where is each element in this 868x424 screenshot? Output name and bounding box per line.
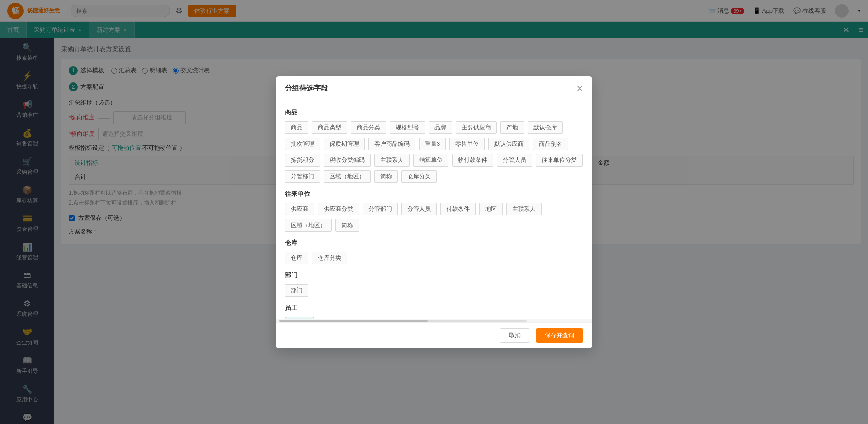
chip-product-14[interactable]: 商品别名 <box>533 138 568 150</box>
field-select-dialog: 分组待选字段 ✕ 商品 商品 商品类型 商品分类 规格型号 品牌 主要供应商 产… <box>276 76 592 348</box>
chip-partner-2[interactable]: 分管部门 <box>363 203 398 215</box>
section-employee: 员工 业务员 <box>285 304 583 319</box>
chip-product-9[interactable]: 保质期管理 <box>324 138 365 150</box>
chip-product-0[interactable]: 商品 <box>285 121 308 134</box>
chip-product-25[interactable]: 仓库分类 <box>401 170 437 183</box>
section-warehouse: 仓库 仓库 仓库分类 <box>285 239 583 264</box>
chip-product-3[interactable]: 规格型号 <box>390 121 425 134</box>
section-partner-title: 往来单位 <box>285 190 583 198</box>
cancel-button[interactable]: 取消 <box>500 328 530 343</box>
chip-product-11[interactable]: 重量3 <box>419 138 446 150</box>
chip-partner-1[interactable]: 供应商分类 <box>318 203 359 215</box>
chip-product-24[interactable]: 简称 <box>374 170 398 183</box>
dialog-body[interactable]: 商品 商品 商品类型 商品分类 规格型号 品牌 主要供应商 产地 默认仓库 批次… <box>276 101 592 319</box>
chip-product-17[interactable]: 主联系人 <box>374 154 410 167</box>
chip-partner-8[interactable]: 简称 <box>335 219 359 232</box>
partner-chips: 供应商 供应商分类 分管部门 分管人员 付款条件 地区 主联系人 区域（地区） … <box>285 203 583 232</box>
chip-product-16[interactable]: 税收分类编码 <box>324 154 371 167</box>
chip-partner-3[interactable]: 分管人员 <box>401 203 437 215</box>
chip-product-21[interactable]: 往来单位分类 <box>536 154 583 167</box>
chip-product-12[interactable]: 零售单位 <box>449 138 485 150</box>
chip-product-2[interactable]: 商品分类 <box>351 121 386 134</box>
chip-warehouse-0[interactable]: 仓库 <box>285 252 308 264</box>
product-chips: 商品 商品类型 商品分类 规格型号 品牌 主要供应商 产地 默认仓库 批次管理 … <box>285 121 583 183</box>
chip-product-6[interactable]: 产地 <box>500 121 524 134</box>
section-product-title: 商品 <box>285 109 583 117</box>
chip-product-10[interactable]: 客户商品编码 <box>368 138 415 150</box>
chip-dept-0[interactable]: 部门 <box>285 284 308 297</box>
section-warehouse-title: 仓库 <box>285 239 583 247</box>
dialog-hscroll[interactable] <box>276 319 592 322</box>
chip-partner-5[interactable]: 地区 <box>479 203 503 215</box>
dialog-header: 分组待选字段 ✕ <box>276 76 592 101</box>
section-partner: 往来单位 供应商 供应商分类 分管部门 分管人员 付款条件 地区 主联系人 区域… <box>285 190 583 232</box>
section-dept: 部门 部门 <box>285 272 583 297</box>
chip-product-23[interactable]: 区域（地区） <box>324 170 371 183</box>
chip-product-19[interactable]: 收付款条件 <box>452 154 493 167</box>
chip-product-5[interactable]: 主要供应商 <box>456 121 497 134</box>
section-employee-title: 员工 <box>285 304 583 312</box>
chip-product-13[interactable]: 默认供应商 <box>488 138 529 150</box>
warehouse-chips: 仓库 仓库分类 <box>285 252 583 264</box>
dialog-close-button[interactable]: ✕ <box>576 84 583 94</box>
dept-chips: 部门 <box>285 284 583 297</box>
chip-product-8[interactable]: 批次管理 <box>285 138 320 150</box>
chip-product-1[interactable]: 商品类型 <box>312 121 347 134</box>
chip-partner-7[interactable]: 区域（地区） <box>285 219 332 232</box>
chip-warehouse-1[interactable]: 仓库分类 <box>312 252 347 264</box>
chip-product-4[interactable]: 品牌 <box>429 121 452 134</box>
chip-product-18[interactable]: 结算单位 <box>413 154 448 167</box>
hscroll-thumb[interactable] <box>279 320 428 322</box>
chip-partner-0[interactable]: 供应商 <box>285 203 314 215</box>
chip-product-20[interactable]: 分管人员 <box>497 154 532 167</box>
chip-product-7[interactable]: 默认仓库 <box>528 121 563 134</box>
chip-product-22[interactable]: 分管部门 <box>285 170 320 183</box>
confirm-button[interactable]: 保存并查询 <box>536 328 583 343</box>
dialog-title: 分组待选字段 <box>285 84 328 93</box>
chip-product-15[interactable]: 拣货积分 <box>285 154 320 167</box>
dialog-footer: 取消 保存并查询 <box>276 322 592 348</box>
chip-partner-6[interactable]: 主联系人 <box>506 203 542 215</box>
chip-partner-4[interactable]: 付款条件 <box>440 203 476 215</box>
section-product: 商品 商品 商品类型 商品分类 规格型号 品牌 主要供应商 产地 默认仓库 批次… <box>285 109 583 183</box>
modal-overlay: 分组待选字段 ✕ 商品 商品 商品类型 商品分类 规格型号 品牌 主要供应商 产… <box>0 0 868 424</box>
section-dept-title: 部门 <box>285 272 583 280</box>
